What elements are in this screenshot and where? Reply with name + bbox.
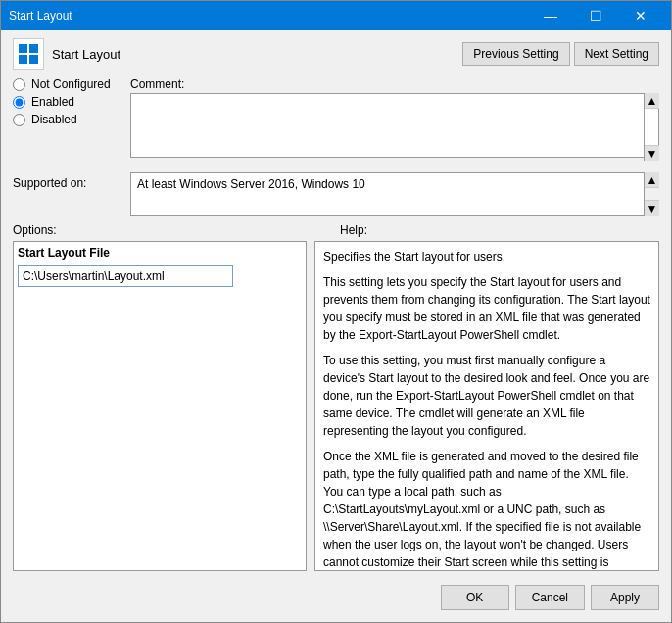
header-row: Start Layout Previous Setting Next Setti… bbox=[13, 38, 659, 70]
main-window: Start Layout — ☐ ✕ Start Layout bbox=[0, 0, 672, 623]
radio-disabled-label: Disabled bbox=[31, 113, 77, 126]
supported-scroll-down[interactable]: ▼ bbox=[645, 200, 659, 216]
comment-textarea[interactable] bbox=[130, 93, 659, 158]
radio-not-configured-input[interactable] bbox=[13, 78, 25, 91]
radio-enabled-label: Enabled bbox=[31, 95, 74, 109]
nav-buttons: Previous Setting Next Setting bbox=[462, 42, 659, 66]
options-panel: Start Layout File bbox=[13, 241, 307, 571]
comment-section: Comment: ▲ ▼ bbox=[130, 77, 659, 161]
start-layout-icon bbox=[13, 38, 44, 70]
previous-setting-button[interactable]: Previous Setting bbox=[462, 42, 569, 66]
start-layout-file-input[interactable] bbox=[18, 265, 233, 287]
help-panel-content: Specifies the Start layout for users. Th… bbox=[315, 242, 658, 570]
footer: OK Cancel Apply bbox=[13, 579, 659, 614]
maximize-button[interactable]: ☐ bbox=[573, 1, 618, 30]
radio-disabled[interactable]: Disabled bbox=[13, 113, 130, 126]
supported-scroll-up[interactable]: ▲ bbox=[645, 172, 659, 188]
header-icon-title: Start Layout bbox=[13, 38, 462, 70]
section-labels: Options: Help: bbox=[13, 223, 659, 237]
title-bar: Start Layout — ☐ ✕ bbox=[1, 1, 671, 30]
svg-rect-2 bbox=[19, 55, 27, 64]
window-content: Start Layout Previous Setting Next Setti… bbox=[1, 30, 671, 622]
help-section-label: Help: bbox=[340, 223, 659, 237]
svg-rect-3 bbox=[29, 55, 38, 64]
minimize-button[interactable]: — bbox=[528, 1, 573, 30]
radio-not-configured-label: Not Configured bbox=[31, 77, 111, 91]
close-button[interactable]: ✕ bbox=[618, 1, 663, 30]
main-panels: Start Layout File Specifies the Start la… bbox=[13, 241, 659, 571]
comment-label: Comment: bbox=[130, 77, 184, 91]
title-bar-controls: — ☐ ✕ bbox=[528, 1, 663, 30]
ok-button[interactable]: OK bbox=[441, 585, 509, 610]
radio-enabled-input[interactable] bbox=[13, 96, 25, 109]
radio-not-configured[interactable]: Not Configured bbox=[13, 77, 130, 91]
options-section-label: Options: bbox=[13, 223, 332, 237]
radio-disabled-input[interactable] bbox=[13, 114, 25, 126]
comment-scroll-down[interactable]: ▼ bbox=[645, 145, 659, 161]
help-para-1: This setting lets you specify the Start … bbox=[323, 273, 650, 344]
apply-button[interactable]: Apply bbox=[591, 585, 659, 610]
help-para-2: To use this setting, you must first manu… bbox=[323, 352, 650, 440]
header-title: Start Layout bbox=[52, 47, 120, 62]
help-para-3: Once the XML file is generated and moved… bbox=[323, 448, 650, 570]
svg-rect-0 bbox=[19, 44, 27, 53]
options-panel-title: Start Layout File bbox=[18, 246, 302, 260]
svg-rect-1 bbox=[29, 44, 38, 53]
supported-label: Supported on: bbox=[13, 172, 130, 216]
help-para-0: Specifies the Start layout for users. bbox=[323, 248, 650, 265]
help-panel: Specifies the Start layout for users. Th… bbox=[314, 241, 659, 571]
next-setting-button[interactable]: Next Setting bbox=[574, 42, 659, 66]
window-title: Start Layout bbox=[9, 9, 528, 23]
radio-enabled[interactable]: Enabled bbox=[13, 95, 130, 109]
supported-value: At least Windows Server 2016, Windows 10 bbox=[130, 172, 659, 216]
radio-section: Not Configured Enabled Disabled bbox=[13, 77, 130, 159]
comment-scroll-up[interactable]: ▲ bbox=[645, 93, 659, 109]
cancel-button[interactable]: Cancel bbox=[515, 585, 585, 610]
supported-section: Supported on: At least Windows Server 20… bbox=[13, 172, 659, 216]
